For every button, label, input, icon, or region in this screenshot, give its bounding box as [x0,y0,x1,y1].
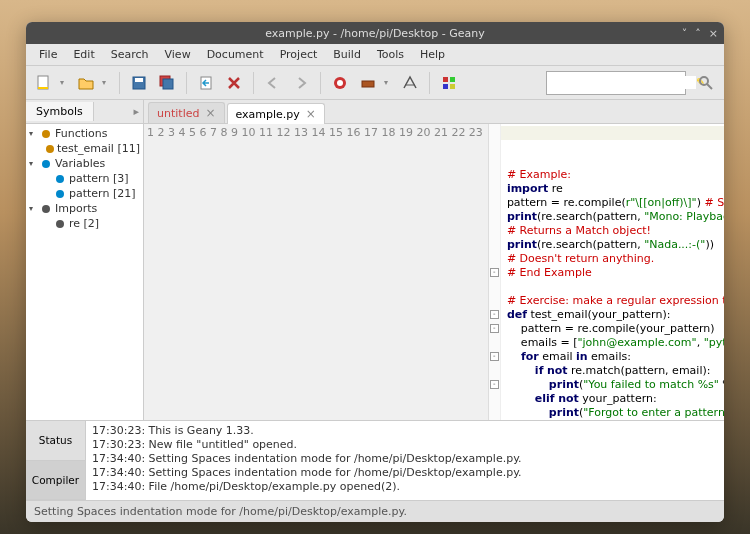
message-panel-content[interactable]: 17:30:23: This is Geany 1.33.17:30:23: N… [86,421,724,500]
editor-tabs: untitled×example.py× [144,100,724,124]
menu-search[interactable]: Search [104,46,156,63]
nav-forward-button[interactable] [289,71,313,95]
svg-rect-12 [443,84,448,89]
var-icon [39,158,53,170]
svg-rect-5 [163,79,173,89]
message-panel: StatusCompiler 17:30:23: This is Geany 1… [26,420,724,500]
svg-point-17 [42,160,50,168]
tree-item[interactable]: test_email [11] [26,141,143,156]
fold-gutter[interactable]: ----- [489,124,501,420]
menu-build[interactable]: Build [326,46,368,63]
tree-item-label: Imports [55,202,97,215]
fold-toggle-icon[interactable]: - [490,310,499,319]
tree-item[interactable]: ▾Imports [26,201,143,216]
menu-file[interactable]: File [32,46,64,63]
fn-icon [39,128,53,140]
svg-point-19 [56,190,64,198]
current-line-highlight [501,126,724,140]
new-file-dropdown[interactable]: ▾ [60,78,70,87]
tree-item-label: pattern [21] [69,187,136,200]
fold-toggle-icon[interactable]: - [490,380,499,389]
close-file-button[interactable] [222,71,246,95]
menu-project[interactable]: Project [273,46,325,63]
editor-tab[interactable]: untitled× [148,102,225,123]
mfn-icon [45,143,55,155]
code-editor[interactable]: 1 2 3 4 5 6 7 8 9 10 11 12 13 14 15 16 1… [144,124,724,420]
open-file-dropdown[interactable]: ▾ [102,78,112,87]
svg-point-14 [700,77,708,85]
mvar-icon [53,173,67,185]
menu-help[interactable]: Help [413,46,452,63]
color-chooser-button[interactable] [437,71,461,95]
tree-item[interactable]: ▾Functions [26,126,143,141]
mimp-icon [53,218,67,230]
tree-item[interactable]: re [2] [26,216,143,231]
revert-button[interactable] [194,71,218,95]
search-input[interactable] [551,76,696,89]
fold-toggle-icon[interactable]: - [490,268,499,277]
svg-point-20 [42,205,50,213]
close-button[interactable]: × [709,27,718,40]
tree-expander-icon[interactable]: ▾ [29,204,39,213]
symbols-tree[interactable]: ▾Functionstest_email [11]▾Variablespatte… [26,124,143,420]
message-line: 17:34:40: File /home/pi/Desktop/example.… [92,480,718,494]
svg-point-18 [56,175,64,183]
svg-rect-13 [450,84,455,89]
code-text[interactable]: # Example: import re pattern = re.compil… [507,168,718,420]
tab-label: example.py [236,108,300,121]
toolbar: ▾ ▾ ▾ ✎ [26,66,724,100]
build-dropdown[interactable]: ▾ [384,78,394,87]
message-panel-tabs: StatusCompiler [26,421,86,500]
run-button[interactable] [398,71,422,95]
search-field[interactable]: ✎ [546,71,686,95]
svg-rect-9 [362,81,374,87]
new-file-button[interactable] [32,71,56,95]
menu-document[interactable]: Document [200,46,271,63]
svg-point-15 [42,130,50,138]
svg-rect-3 [135,78,143,82]
tree-item-label: Variables [55,157,105,170]
save-all-button[interactable] [155,71,179,95]
status-text: Setting Spaces indentation mode for /hom… [34,505,407,518]
tree-item[interactable]: pattern [21] [26,186,143,201]
open-file-button[interactable] [74,71,98,95]
tree-expander-icon[interactable]: ▾ [29,159,39,168]
find-button[interactable] [694,71,718,95]
mvar-icon [53,188,67,200]
menu-edit[interactable]: Edit [66,46,101,63]
menu-tools[interactable]: Tools [370,46,411,63]
tab-close-icon[interactable]: × [205,106,215,120]
editor-tab[interactable]: example.py× [227,103,325,124]
nav-back-button[interactable] [261,71,285,95]
tree-item-label: pattern [3] [69,172,129,185]
tab-close-icon[interactable]: × [306,107,316,121]
fold-toggle-icon[interactable]: - [490,324,499,333]
titlebar[interactable]: example.py - /home/pi/Desktop - Geany ˅ … [26,22,724,44]
imp-icon [39,203,53,215]
sidebar-tab-overflow[interactable]: ▸ [129,105,143,118]
build-button[interactable] [356,71,380,95]
menubar: FileEditSearchViewDocumentProjectBuildTo… [26,44,724,66]
svg-point-8 [337,80,343,86]
compile-button[interactable] [328,71,352,95]
tree-item[interactable]: ▾Variables [26,156,143,171]
svg-point-21 [56,220,64,228]
fold-toggle-icon[interactable]: - [490,352,499,361]
menu-view[interactable]: View [158,46,198,63]
window-title: example.py - /home/pi/Desktop - Geany [265,27,484,40]
sidebar-tab-symbols[interactable]: Symbols [26,102,94,121]
message-tab-status[interactable]: Status [26,421,85,461]
save-button[interactable] [127,71,151,95]
sidebar: Symbols ▸ ▾Functionstest_email [11]▾Vari… [26,100,144,420]
tree-item[interactable]: pattern [3] [26,171,143,186]
maximize-button[interactable]: ˄ [695,27,701,40]
message-line: 17:34:40: Setting Spaces indentation mod… [92,466,718,480]
statusbar: Setting Spaces indentation mode for /hom… [26,500,724,522]
minimize-button[interactable]: ˅ [682,27,688,40]
tree-expander-icon[interactable]: ▾ [29,129,39,138]
code-area[interactable]: # Example: import re pattern = re.compil… [501,124,724,420]
tree-item-label: re [2] [69,217,99,230]
message-tab-compiler[interactable]: Compiler [26,461,85,501]
tree-item-label: test_email [11] [57,142,140,155]
tab-label: untitled [157,107,199,120]
